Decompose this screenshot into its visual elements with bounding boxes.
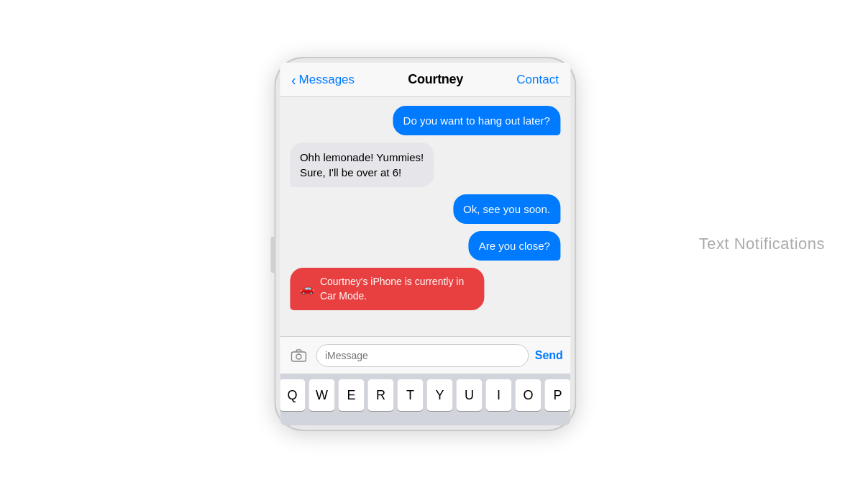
svg-rect-0 bbox=[291, 352, 306, 361]
keyboard: Q W E R T Y U I O P bbox=[280, 374, 570, 425]
message-text: Do you want to hang out later? bbox=[403, 114, 550, 127]
send-button[interactable]: Send bbox=[535, 349, 563, 362]
message-bubble-sent-2: Ok, see you soon. bbox=[453, 194, 560, 224]
conversation-title: Courtney bbox=[408, 72, 463, 87]
key-t[interactable]: T bbox=[397, 379, 423, 411]
chevron-left-icon: ‹ bbox=[291, 73, 296, 87]
message-text: Are you close? bbox=[479, 240, 550, 252]
message-bubble-sent-1: Do you want to hang out later? bbox=[393, 106, 560, 135]
message-row-3: Ok, see you soon. bbox=[290, 194, 560, 224]
camera-button[interactable] bbox=[287, 344, 310, 367]
side-button bbox=[270, 237, 275, 273]
key-r[interactable]: R bbox=[367, 379, 393, 411]
message-input[interactable] bbox=[316, 344, 529, 367]
car-mode-notification: 🚗 Courtney's iPhone is currently in Car … bbox=[290, 268, 485, 310]
section-label: Text Notifications bbox=[699, 235, 825, 253]
messages-area: Do you want to hang out later? Ohh lemon… bbox=[280, 97, 570, 336]
message-row-5: 🚗 Courtney's iPhone is currently in Car … bbox=[290, 268, 560, 310]
key-o[interactable]: O bbox=[515, 379, 541, 411]
back-label: Messages bbox=[299, 73, 355, 87]
message-text: Ok, see you soon. bbox=[463, 203, 550, 215]
contact-button[interactable]: Contact bbox=[516, 73, 559, 87]
key-p[interactable]: P bbox=[544, 379, 570, 411]
message-row-1: Do you want to hang out later? bbox=[290, 106, 560, 135]
key-i[interactable]: I bbox=[485, 379, 511, 411]
phone-frame: ‹ Messages Courtney Contact Do you want … bbox=[274, 57, 576, 431]
message-bubble-sent-3: Are you close? bbox=[469, 231, 560, 261]
message-text: Ohh lemonade! Yummies!Sure, I'll be over… bbox=[300, 151, 424, 179]
keyboard-row-1: Q W E R T Y U I O P bbox=[283, 379, 567, 411]
back-button[interactable]: ‹ Messages bbox=[291, 73, 355, 87]
key-y[interactable]: Y bbox=[426, 379, 452, 411]
message-row-4: Are you close? bbox=[290, 231, 560, 261]
car-icon: 🚗 bbox=[300, 281, 314, 297]
phone-screen: ‹ Messages Courtney Contact Do you want … bbox=[280, 63, 570, 425]
message-row-2: Ohh lemonade! Yummies!Sure, I'll be over… bbox=[290, 143, 560, 187]
input-bar: Send bbox=[280, 336, 570, 374]
notification-text: Courtney's iPhone is currently in Car Mo… bbox=[320, 275, 475, 303]
nav-bar: ‹ Messages Courtney Contact bbox=[280, 63, 570, 97]
key-e[interactable]: E bbox=[338, 379, 364, 411]
key-w[interactable]: W bbox=[309, 379, 334, 411]
message-bubble-received-1: Ohh lemonade! Yummies!Sure, I'll be over… bbox=[290, 143, 434, 187]
key-q[interactable]: Q bbox=[280, 379, 306, 411]
key-u[interactable]: U bbox=[456, 379, 482, 411]
svg-point-1 bbox=[296, 354, 301, 359]
